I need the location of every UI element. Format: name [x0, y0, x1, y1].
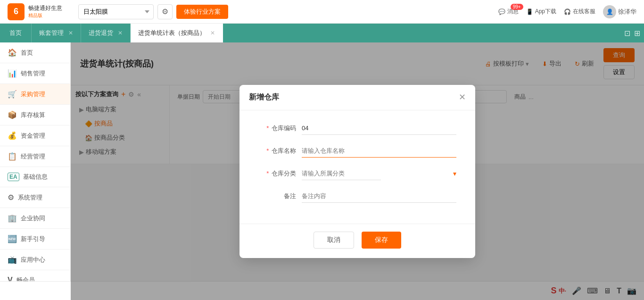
sidebar-item-enterprise[interactable]: 🏢 企业协同 [0, 208, 70, 229]
purchase-return-tab-close[interactable]: ✕ [118, 30, 123, 36]
sidebar-item-guide[interactable]: 🆕 新手引导 [0, 229, 70, 250]
tab-home[interactable]: 首页 [0, 24, 32, 42]
phone-icon: 📱 [526, 8, 533, 15]
logo-icon: 6 [8, 3, 25, 20]
notification-item[interactable]: 💬 消息 99+ [498, 8, 519, 16]
sidebar-apps-label: 应用中心 [21, 256, 45, 264]
tab-restore-icon[interactable]: ⊡ [624, 29, 630, 38]
warehouse-code-label: * 仓库编码 [258, 124, 296, 133]
warehouse-category-row: * 仓库分类 ▾ [258, 167, 456, 180]
sidebar-home-label: 首页 [21, 49, 33, 57]
remark-input[interactable] [302, 190, 456, 203]
purchase-stats-tab-close[interactable]: ✕ [210, 30, 215, 36]
purchase-return-tab-label: 进货退货 [89, 29, 113, 37]
tab-purchase-stats[interactable]: 进货单统计表（按商品） ✕ [131, 24, 223, 42]
warehouse-name-input[interactable] [302, 144, 456, 158]
warehouse-name-label: * 仓库名称 [258, 147, 296, 155]
content-area: 进货单统计(按商品) 🖨 按模板打印 ▾ ⬇ 导出 ↻ 刷新 查询 设置 [71, 42, 644, 300]
sales-icon: 📊 [8, 69, 17, 78]
warehouse-category-label: * 仓库分类 [258, 169, 296, 178]
account-tab-close[interactable]: ✕ [68, 30, 73, 36]
logo-area: 6 畅捷通好生意 精品版 [8, 3, 78, 20]
save-button[interactable]: 保存 [362, 232, 401, 249]
search-select[interactable]: 日太阳膜 [78, 4, 154, 19]
user-info[interactable]: 👤 徐泽华 [603, 5, 636, 18]
tab-maximize-icon[interactable]: ⊞ [634, 29, 640, 38]
trial-button[interactable]: 体验行业方案 [176, 5, 228, 19]
sidebar-guide-label: 新手引导 [21, 235, 45, 243]
sidebar-basic-label: 基础信息 [23, 173, 48, 181]
warehouse-category-wrap: ▾ [302, 167, 456, 180]
enterprise-icon: 🏢 [8, 214, 17, 223]
category-dropdown-arrow[interactable]: ▾ [453, 170, 456, 177]
remark-label: 备注 [258, 192, 296, 200]
modal-body: * 仓库编码 * 仓库名称 [239, 110, 475, 224]
tab-purchase-return[interactable]: 进货退货 ✕ [81, 24, 131, 42]
modal-header: 新增仓库 ✕ [239, 85, 475, 110]
account-tab-label: 账套管理 [39, 29, 64, 37]
header-right: 💬 消息 99+ 📱 App下载 🎧 在线客服 👤 徐泽华 [498, 5, 636, 18]
sidebar-item-sales[interactable]: 📊 销售管理 [0, 63, 70, 84]
notification-badge: 99+ [511, 4, 523, 10]
required-marker-3: * [266, 170, 269, 177]
top-header: 6 畅捷通好生意 精品版 日太阳膜 ⚙ 体验行业方案 💬 消息 99+ 📱 Ap… [0, 0, 644, 24]
home-icon: 🏠 [8, 48, 17, 57]
customer-service-item[interactable]: 🎧 在线客服 [564, 8, 595, 16]
modal-footer: 取消 保存 [239, 224, 475, 258]
sidebar-item-apps[interactable]: 📺 应用中心 [0, 250, 70, 270]
sidebar-item-inventory[interactable]: 📦 库存核算 [0, 105, 70, 125]
cancel-button[interactable]: 取消 [314, 232, 354, 249]
operation-icon: 📋 [8, 152, 17, 161]
modal-title: 新增仓库 [249, 92, 279, 102]
purchase-stats-tab-label: 进货单统计表（按商品） [138, 29, 206, 37]
finance-icon: 💰 [8, 131, 17, 140]
modal-close-button[interactable]: ✕ [459, 93, 466, 101]
sidebar-item-purchase[interactable]: 🛒 采购管理 [0, 84, 70, 105]
gear-button[interactable]: ⚙ [157, 4, 173, 19]
tab-account[interactable]: 账套管理 ✕ [32, 24, 81, 42]
sidebar: 🏠 首页 📊 销售管理 🛒 采购管理 📦 库存核算 💰 资金管理 📋 经营管理 … [0, 42, 71, 300]
sidebar-item-finance[interactable]: 💰 资金管理 [0, 125, 70, 146]
username: 徐泽华 [618, 8, 636, 16]
warehouse-code-row: * 仓库编码 [258, 122, 456, 135]
apps-icon: 📺 [8, 255, 17, 264]
warehouse-code-input[interactable] [302, 122, 456, 135]
remark-row: 备注 [258, 190, 456, 203]
inventory-icon: 📦 [8, 110, 17, 119]
sidebar-system-label: 系统管理 [18, 193, 42, 202]
system-icon: ⚙ [8, 193, 14, 202]
sidebar-item-home[interactable]: 🏠 首页 [0, 42, 70, 63]
warehouse-category-input[interactable] [302, 167, 381, 180]
basic-icon: EA [8, 173, 19, 181]
tab-bar: 首页 账套管理 ✕ 进货退货 ✕ 进货单统计表（按商品） ✕ ⊡ ⊞ [0, 24, 644, 42]
sidebar-item-operation[interactable]: 📋 经营管理 [0, 146, 70, 167]
purchase-icon: 🛒 [8, 90, 17, 99]
guide-icon: 🆕 [8, 234, 17, 243]
warehouse-name-row: * 仓库名称 [258, 144, 456, 158]
sidebar-finance-label: 资金管理 [21, 132, 45, 140]
main-layout: 🏠 首页 📊 销售管理 🛒 采购管理 📦 库存核算 💰 资金管理 📋 经营管理 … [0, 42, 644, 300]
app-download-label: App下载 [535, 8, 556, 16]
logo-text: 畅捷通好生意 精品版 [28, 5, 62, 18]
search-area: 日太阳膜 ⚙ 体验行业方案 [78, 4, 498, 19]
sidebar-enterprise-label: 企业协同 [21, 214, 45, 223]
sidebar-item-system[interactable]: ⚙ 系统管理 [0, 187, 70, 208]
message-icon: 💬 [498, 8, 505, 15]
sidebar-sales-label: 销售管理 [21, 69, 45, 78]
required-marker-2: * [266, 147, 269, 154]
required-marker: * [266, 125, 269, 132]
tab-bar-right: ⊡ ⊞ [624, 29, 644, 38]
user-avatar: 👤 [603, 5, 616, 18]
modal-dialog: 新增仓库 ✕ * 仓库编码 * [239, 85, 475, 258]
sidebar-item-basic[interactable]: EA 基础信息 [0, 167, 70, 187]
sidebar-inventory-label: 库存核算 [21, 111, 45, 119]
headset-icon: 🎧 [564, 8, 571, 15]
app-download-item[interactable]: 📱 App下载 [526, 8, 556, 16]
modal-overlay: 新增仓库 ✕ * 仓库编码 * [71, 42, 644, 300]
sidebar-operation-label: 经营管理 [21, 152, 45, 161]
home-tab-label: 首页 [9, 29, 22, 37]
sidebar-purchase-label: 采购管理 [21, 90, 45, 99]
customer-service-label: 在线客服 [573, 8, 595, 16]
